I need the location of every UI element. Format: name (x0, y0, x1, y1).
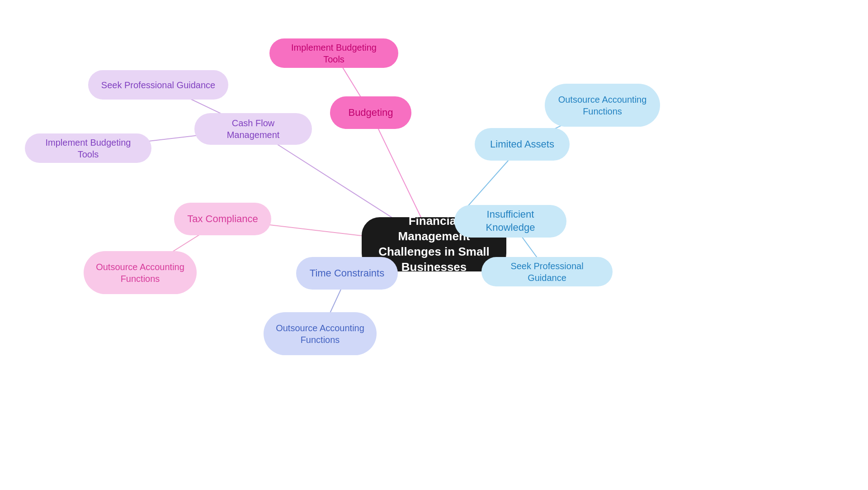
limited-assets-node: Limited Assets (475, 128, 570, 161)
seek-professional-1-label: Seek Professional Guidance (101, 79, 215, 91)
budgeting-label: Budgeting (348, 106, 393, 119)
tax-compliance-label: Tax Compliance (187, 213, 258, 226)
outsource-3-node: Outsource Accounting Functions (545, 84, 660, 127)
limited-assets-label: Limited Assets (490, 138, 554, 151)
seek-professional-2-node: Seek Professional Guidance (481, 257, 613, 286)
implement-budget-1-label: Implement Budgeting Tools (36, 137, 141, 160)
seek-professional-2-label: Seek Professional Guidance (492, 260, 602, 284)
cash-flow-node: Cash Flow Management (194, 113, 312, 145)
implement-budget-2-label: Implement Budgeting Tools (280, 42, 387, 65)
seek-professional-1-node: Seek Professional Guidance (88, 70, 228, 100)
insufficient-knowledge-label: Insufficient Knowledge (465, 208, 556, 234)
cash-flow-label: Cash Flow Management (205, 117, 301, 141)
tax-compliance-node: Tax Compliance (174, 203, 271, 235)
outsource-2-node: Outsource Accounting Functions (264, 312, 377, 355)
time-constraints-label: Time Constraints (310, 267, 384, 280)
time-constraints-node: Time Constraints (296, 257, 398, 290)
outsource-1-label: Outsource Accounting Functions (96, 261, 184, 285)
implement-budget-2-node: Implement Budgeting Tools (269, 38, 398, 68)
implement-budget-1-node: Implement Budgeting Tools (25, 133, 151, 163)
outsource-1-node: Outsource Accounting Functions (84, 251, 197, 294)
budgeting-node: Budgeting (330, 96, 411, 129)
outsource-2-label: Outsource Accounting Functions (276, 322, 364, 346)
insufficient-knowledge-node: Insufficient Knowledge (454, 205, 566, 238)
outsource-3-label: Outsource Accounting Functions (558, 94, 647, 117)
